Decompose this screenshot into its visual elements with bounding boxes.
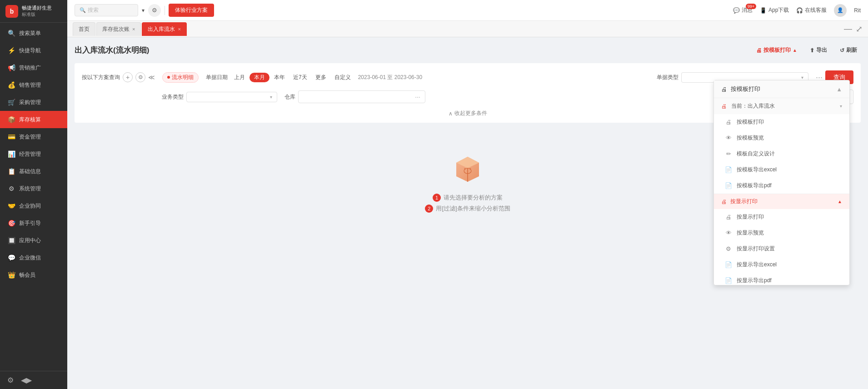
user-avatar[interactable]: 👤: [834, 4, 847, 17]
base-info-icon: 📋: [7, 167, 15, 175]
dropdown-template-preview[interactable]: 👁 按模板预览: [714, 130, 849, 146]
app-sub: 标准版: [22, 11, 52, 18]
sidebar-item-label: 营销推广: [19, 64, 41, 72]
collapse-more-btn[interactable]: ∧ 收起更多条件: [441, 108, 494, 119]
dropdown-current-icon: 🖨: [721, 103, 727, 110]
sidebar-item-label: 采购管理: [19, 99, 41, 106]
date-btn-custom[interactable]: 自定义: [331, 72, 354, 83]
dropdown-current-arrow: ▾: [840, 104, 842, 109]
empty-hint-2: 2 用[过滤]条件来缩小分析范围: [425, 204, 510, 213]
tab-batch-account[interactable]: 库存批次账 ×: [96, 22, 141, 36]
tab-in-out-flow[interactable]: 出入库流水 ×: [142, 22, 186, 36]
template-excel-label: 按模板导出excel: [737, 166, 777, 174]
sidebar-item-quick-nav[interactable]: ⚡ 快捷导航: [0, 42, 67, 59]
operations-icon: 📊: [7, 150, 15, 158]
dropdown-template-excel[interactable]: 📄 按模板导出excel: [714, 162, 849, 178]
sidebar-item-app-center[interactable]: 🔲 应用中心: [0, 232, 67, 249]
sidebar-item-finance[interactable]: 💳 资金管理: [0, 128, 67, 145]
sidebar-item-base-info[interactable]: 📋 基础信息: [0, 163, 67, 180]
warehouse-dropdown[interactable]: ···: [298, 90, 425, 103]
chevron-up-icon: ∧: [449, 110, 453, 117]
sidebar-footer: ⚙ ◀▶: [0, 371, 67, 389]
topbar-search[interactable]: 🔍 搜索: [75, 4, 138, 16]
beginner-icon: 🎯: [7, 219, 15, 227]
topbar-divider: [165, 6, 165, 15]
headset-icon: 🎧: [796, 7, 803, 14]
tab-home[interactable]: 首页: [73, 22, 95, 36]
collapse-sidebar-icon[interactable]: ◀▶: [21, 376, 32, 384]
sidebar-item-beginner[interactable]: 🎯 新手引导: [0, 214, 67, 232]
topbar-right: 💬 消息 99+ 📱 App下载 🎧 在线客服 👤 Rit: [733, 4, 861, 17]
sidebar-item-corp-wechat[interactable]: 💬 企业微信: [0, 249, 67, 266]
settings-footer-icon[interactable]: ⚙: [7, 376, 14, 384]
dropdown-template-custom[interactable]: ✏ 模板自定义设计: [714, 146, 849, 162]
sidebar-item-operations[interactable]: 📊 经营管理: [0, 145, 67, 163]
biz-type-dropdown[interactable]: ▾: [186, 92, 277, 102]
export-btn[interactable]: ⬆ 导出: [806, 45, 831, 56]
tab-batch-account-close[interactable]: ×: [132, 26, 135, 32]
sidebar-item-inventory[interactable]: 📦 库存核算: [0, 111, 67, 128]
dropdown-display-excel[interactable]: 📄 按显示导出excel: [714, 257, 849, 273]
template-pdf-label: 按模板导出pdf: [737, 182, 772, 190]
display-settings-label: 按显示打印设置: [737, 245, 775, 253]
dropdown-close-arrow[interactable]: ▲: [836, 86, 842, 93]
marketing-icon: 📢: [7, 64, 15, 72]
date-btn-this-month[interactable]: 本月: [249, 73, 269, 82]
corp-icon: 🤝: [7, 202, 15, 210]
filter-tag-label: 流水明细: [172, 74, 194, 81]
customer-service-button[interactable]: 🎧 在线客服: [796, 6, 827, 14]
sidebar-item-label: 库存核算: [19, 116, 41, 124]
sidebar-item-corp[interactable]: 🤝 企业协同: [0, 197, 67, 214]
customer-service-label: 在线客服: [805, 6, 827, 14]
sidebar-item-purchase[interactable]: 🛒 采购管理: [0, 94, 67, 111]
topbar-gear-btn[interactable]: ⚙: [148, 4, 161, 17]
print-template-btn[interactable]: 🖨 按模板打印 ▲: [753, 45, 801, 56]
dropdown-display-print[interactable]: 🖨 按显示打印: [714, 209, 849, 225]
trial-industry-button[interactable]: 体验行业方案: [169, 4, 214, 17]
page-title: 出入库流水(流水明细): [75, 45, 149, 55]
sidebar-item-label: 应用中心: [19, 237, 41, 244]
topbar-dropdown-arrow[interactable]: ▾: [142, 7, 145, 14]
refresh-btn[interactable]: ↺ 刷新: [836, 45, 861, 56]
sidebar-item-label: 系统管理: [19, 185, 41, 193]
tab-minimize-btn[interactable]: —: [844, 24, 852, 34]
date-btn-this-year[interactable]: 本年: [270, 72, 289, 83]
dropdown-scroll: 🖨 按模板打印 ▲ 🖨 当前：出入库流水 ▾ 🖨 按模板打印: [714, 80, 849, 285]
inventory-icon: 📦: [7, 115, 15, 124]
empty-hint-1: 1 请先选择要分析的方案: [433, 194, 503, 202]
sidebar-item-sales[interactable]: 💰 销售管理: [0, 76, 67, 94]
sidebar-item-search[interactable]: 🔍 搜索菜单: [0, 25, 67, 42]
type-dropdown-arrow: ▾: [801, 75, 803, 80]
dropdown-template-print[interactable]: 🖨 按模板打印: [714, 114, 849, 130]
tab-in-out-flow-close[interactable]: ×: [178, 26, 180, 32]
tab-maximize-btn[interactable]: ⤢: [856, 24, 863, 34]
dropdown-display-preview[interactable]: 👁 按显示预览: [714, 225, 849, 241]
filter-add-btn[interactable]: +: [123, 72, 133, 82]
filter-title: 按以下方案查询: [82, 74, 120, 81]
display-section-header[interactable]: 🖨 按显示打印 ▲: [714, 194, 849, 209]
message-button[interactable]: 💬 消息 99+: [733, 6, 753, 14]
finance-icon: 💳: [7, 133, 15, 141]
sidebar-item-label: 快捷导航: [19, 47, 41, 55]
warehouse-more-icon[interactable]: ···: [415, 93, 420, 100]
template-pdf-icon: 📄: [725, 182, 732, 190]
date-btn-7days[interactable]: 近7天: [289, 72, 311, 83]
sidebar-item-system[interactable]: ⚙ 系统管理: [0, 180, 67, 197]
date-filter-label: 单据日期: [206, 74, 228, 81]
sidebar-item-marketing[interactable]: 📢 营销推广: [0, 59, 67, 76]
display-excel-label: 按显示导出excel: [737, 261, 777, 269]
filter-config-btn[interactable]: ⚙: [135, 72, 145, 82]
sidebar-item-membership[interactable]: 👑 畅会员: [0, 266, 67, 284]
dropdown-display-pdf[interactable]: 📄 按显示导出pdf: [714, 273, 849, 285]
dropdown-current-item[interactable]: 🖨 当前：出入库流水 ▾: [714, 98, 849, 114]
dropdown-display-settings[interactable]: ⚙ 按显示打印设置: [714, 241, 849, 257]
dropdown-template-pdf[interactable]: 📄 按模板导出pdf: [714, 178, 849, 194]
sidebar-item-label: 企业微信: [19, 254, 41, 262]
filter-active-tag[interactable]: 流水明细: [162, 72, 199, 83]
date-btn-last-month[interactable]: 上月: [230, 72, 249, 83]
filter-collapse-left-btn[interactable]: ≪: [148, 74, 155, 81]
date-btn-more[interactable]: 更多: [312, 72, 330, 83]
print-template-label: 按模板打印: [763, 46, 791, 54]
purchase-icon: 🛒: [7, 98, 15, 106]
app-download-button[interactable]: 📱 App下载: [760, 6, 789, 14]
